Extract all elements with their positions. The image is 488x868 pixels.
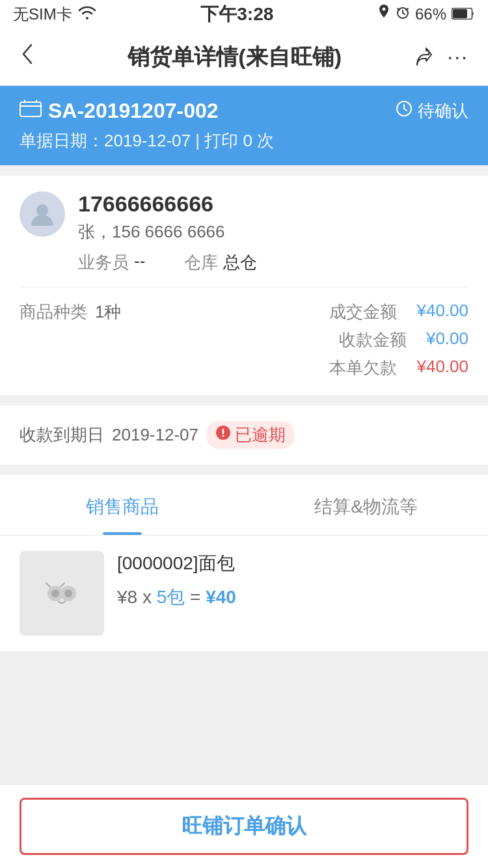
salesperson-item: 业务员 -- (78, 251, 145, 274)
salesperson-value: -- (134, 251, 145, 274)
outstanding-label: 本单欠款 (329, 357, 397, 379)
product-type: 商品种类 1种 (20, 301, 121, 323)
svg-rect-2 (453, 9, 467, 18)
product-type-value: 1种 (95, 301, 121, 323)
battery-icon (452, 5, 475, 23)
nav-actions: ··· (411, 43, 468, 71)
due-date-label: 收款到期日 (20, 424, 104, 446)
wifi-icon (77, 5, 97, 23)
product-section: [0000002]面包 ¥8 x 5包 = ¥40 (0, 536, 488, 651)
payment-value: ¥0.00 (426, 329, 468, 351)
due-date-card: 收款到期日 2019-12-07 已逾期 (0, 405, 488, 465)
payment-label: 收款金额 (339, 329, 407, 351)
product-name: [0000002]面包 (117, 551, 468, 576)
svg-point-7 (223, 435, 224, 437)
page-title: 销货单详情(来自旺铺) (59, 42, 411, 72)
customer-avatar (20, 191, 65, 237)
overdue-text: 已逾期 (235, 424, 286, 446)
product-image (20, 551, 104, 636)
status-time: 下午3:28 (200, 2, 273, 27)
location-icon (377, 5, 390, 24)
share-icon[interactable] (411, 43, 434, 71)
warning-icon (215, 425, 231, 445)
order-header: SA-20191207-002 待确认 单据日期：2019-12-07 | 打印… (0, 86, 488, 165)
svg-point-11 (64, 590, 72, 597)
warehouse-value: 总仓 (223, 251, 257, 274)
financial-row: 商品种类 1种 成交金额 ¥40.00 收款金额 ¥0.00 本单欠款 ¥40.… (20, 301, 468, 379)
product-item: [0000002]面包 ¥8 x 5包 = ¥40 (20, 551, 468, 636)
order-id: SA-20191207-002 (20, 99, 219, 123)
status-right: 66% (377, 5, 475, 24)
eq-sign: = (190, 587, 200, 607)
tab-settlement-logistics[interactable]: 结算&物流等 (244, 475, 488, 535)
due-date-value: 2019-12-07 (112, 425, 198, 445)
transaction-value: ¥40.00 (416, 301, 468, 323)
more-icon[interactable]: ··· (447, 45, 468, 69)
confirm-order-button[interactable]: 旺铺订单确认 (20, 798, 468, 855)
svg-point-10 (51, 590, 59, 597)
bottom-bar: 旺铺订单确认 (0, 784, 488, 868)
order-status: 待确认 (396, 100, 468, 122)
overdue-badge: 已逾期 (206, 421, 295, 449)
order-date: 单据日期：2019-12-07 | 打印 0 次 (20, 129, 468, 152)
product-total: ¥40 (206, 587, 236, 607)
product-price-row: ¥8 x 5包 = ¥40 (117, 585, 468, 610)
product-details: [0000002]面包 ¥8 x 5包 = ¥40 (117, 551, 468, 610)
warehouse-item: 仓库 总仓 (184, 251, 257, 274)
transaction-amount: 成交金额 ¥40.00 (329, 301, 468, 323)
battery-status: 66% (415, 5, 446, 23)
status-bar: 无SIM卡 下午3:28 66% (0, 0, 488, 29)
status-left: 无SIM卡 (13, 4, 97, 25)
sim-status: 无SIM卡 (13, 4, 72, 25)
svg-point-5 (36, 204, 48, 216)
financial-right: 成交金额 ¥40.00 收款金额 ¥0.00 本单欠款 ¥40.00 (329, 301, 468, 379)
back-button[interactable] (20, 41, 59, 73)
transaction-label: 成交金额 (329, 301, 397, 323)
customer-card: 17666666666 张，156 6666 6666 业务员 -- 仓库 总仓… (0, 176, 488, 395)
nav-bar: 销货单详情(来自旺铺) ··· (0, 29, 488, 86)
clock-icon (396, 100, 413, 122)
order-icon (20, 99, 42, 123)
divider (20, 287, 468, 288)
salesperson-label: 业务员 (78, 251, 129, 274)
payment-amount: 收款金额 ¥0.00 (339, 329, 468, 351)
customer-name: 张，156 6666 6666 (78, 221, 468, 243)
svg-rect-3 (20, 102, 41, 116)
price-label: ¥8 x (117, 587, 152, 607)
customer-info: 17666666666 张，156 6666 6666 业务员 -- 仓库 总仓 (78, 191, 468, 274)
customer-phone: 17666666666 (78, 191, 468, 217)
product-type-label: 商品种类 (20, 301, 87, 323)
tabs: 销售商品 结算&物流等 (0, 475, 488, 536)
outstanding-value: ¥40.00 (416, 357, 468, 379)
alarm-icon (396, 5, 410, 23)
warehouse-label: 仓库 (184, 251, 218, 274)
product-qty: 5包 (157, 587, 185, 607)
outstanding-amount: 本单欠款 ¥40.00 (329, 357, 468, 379)
customer-meta: 业务员 -- 仓库 总仓 (78, 251, 468, 274)
tab-sales-products[interactable]: 销售商品 (0, 475, 244, 535)
